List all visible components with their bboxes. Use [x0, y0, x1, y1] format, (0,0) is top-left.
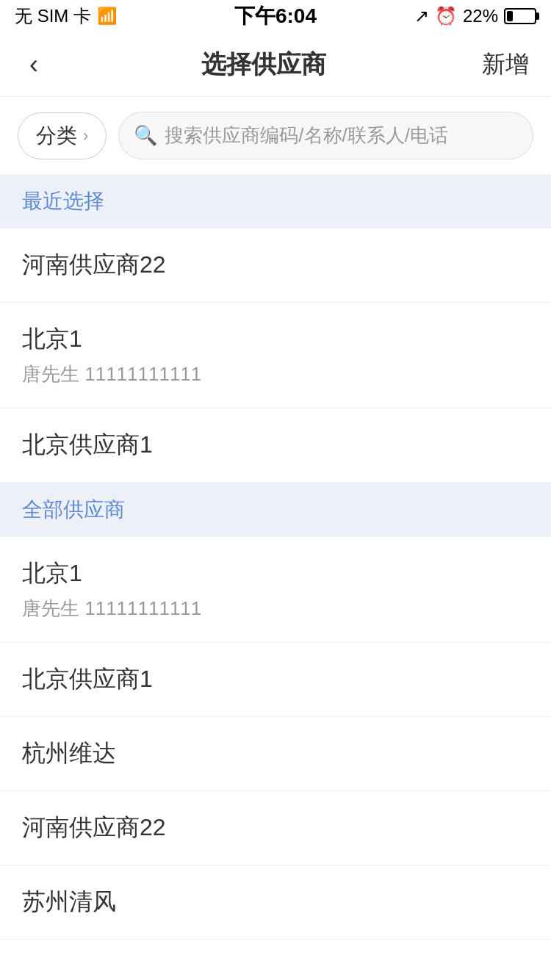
battery-bar	[504, 8, 536, 24]
category-label: 分类	[36, 122, 77, 150]
item-name: 苏州清风	[22, 886, 529, 918]
status-time: 下午6:04	[234, 2, 317, 30]
item-name: 北京供应商1	[22, 663, 529, 696]
list-item[interactable]: 北京供应商1	[0, 643, 551, 717]
status-left: 无 SIM 卡 📶	[15, 4, 117, 28]
item-name: 北京1	[22, 323, 529, 356]
all-section-header: 全部供应商	[0, 483, 551, 537]
item-sub: 唐先生 11111111111	[22, 361, 529, 387]
list-item[interactable]: 河南供应商22	[0, 791, 551, 865]
battery-fill	[507, 11, 513, 21]
search-placeholder: 搜索供应商编码/名称/联系人/电话	[165, 123, 448, 148]
list-item[interactable]: 苏州清风	[0, 865, 551, 940]
status-right: ↗ ⏰ 22%	[414, 6, 536, 26]
recent-list: 河南供应商22北京1唐先生 11111111111北京供应商1	[0, 228, 551, 483]
status-bar: 无 SIM 卡 📶 下午6:04 ↗ ⏰ 22%	[0, 0, 551, 32]
filter-bar: 分类 › 🔍 搜索供应商编码/名称/联系人/电话	[0, 97, 551, 174]
item-name: 河南供应商22	[22, 812, 529, 844]
chevron-right-icon: ›	[83, 126, 88, 145]
page-title: 选择供应商	[201, 48, 326, 82]
item-name: 北京1	[22, 558, 529, 590]
search-bar[interactable]: 🔍 搜索供应商编码/名称/联系人/电话	[118, 112, 533, 159]
list-item[interactable]: 北京供应商1	[0, 408, 551, 483]
search-icon: 🔍	[134, 124, 157, 147]
list-item[interactable]: 北京1唐先生 11111111111	[0, 537, 551, 643]
recent-section-header: 最近选择	[0, 174, 551, 228]
all-list: 北京1唐先生 11111111111北京供应商1杭州维达河南供应商22苏州清风	[0, 537, 551, 940]
all-section-label: 全部供应商	[22, 498, 125, 521]
list-item[interactable]: 北京1唐先生 11111111111	[0, 303, 551, 408]
nav-bar: ‹ 选择供应商 新增	[0, 32, 551, 97]
location-icon: ↗	[414, 6, 429, 26]
item-name: 河南供应商22	[22, 249, 529, 281]
alarm-icon: ⏰	[435, 6, 457, 26]
item-sub: 唐先生 11111111111	[22, 596, 529, 621]
item-name: 杭州维达	[22, 738, 529, 770]
item-name: 北京供应商1	[22, 429, 529, 461]
back-button[interactable]: ‹	[22, 42, 46, 87]
no-sim-text: 无 SIM 卡	[15, 4, 91, 28]
battery-percentage: 22%	[463, 6, 498, 26]
add-button[interactable]: 新增	[482, 48, 529, 81]
wifi-icon: 📶	[97, 7, 117, 26]
recent-section-label: 最近选择	[22, 190, 104, 212]
list-item[interactable]: 河南供应商22	[0, 228, 551, 303]
category-button[interactable]: 分类 ›	[18, 112, 107, 159]
list-item[interactable]: 杭州维达	[0, 717, 551, 791]
